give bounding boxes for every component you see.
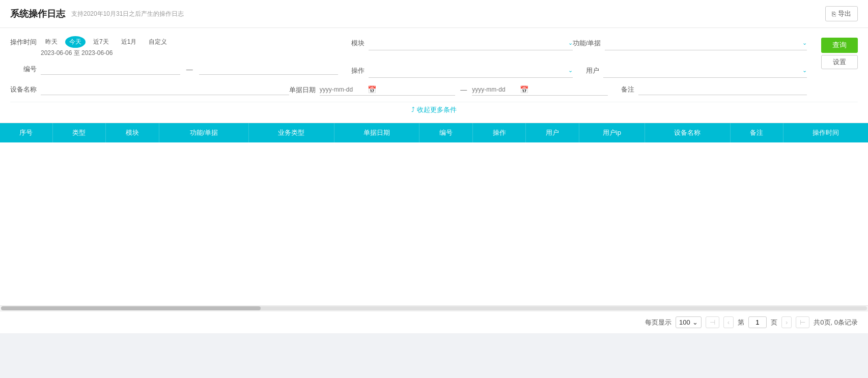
page-size-select[interactable]: 100 ⌄	[676, 316, 702, 328]
page-unit: 页	[771, 318, 777, 327]
function-chevron-icon: ⌄	[802, 40, 807, 46]
collapse-label: 收起更多条件	[417, 106, 457, 113]
total-text: 共0页, 0条记录	[814, 318, 858, 327]
data-table: 序号 类型 模块 功能/单据 业务类型 单据日期 编号 操作 用户 用户ip 设…	[0, 123, 868, 142]
first-page-button[interactable]: ⊣	[706, 316, 719, 328]
number-label: 编号	[10, 65, 37, 74]
page-size-value: 100	[679, 318, 690, 326]
doc-date-end-input[interactable]	[472, 86, 518, 93]
module-select[interactable]: ⌄	[369, 36, 572, 50]
pagination-bar: 每页显示 100 ⌄ ⊣ ‹ 第 页 › ⊢ 共0页, 0条记录	[0, 311, 868, 333]
next-page-button[interactable]: ›	[781, 316, 792, 328]
user-label: 用户	[573, 66, 599, 75]
doc-date-sep: —	[457, 86, 470, 94]
date-range-text: 2023-06-06 至 2023-06-06	[41, 49, 113, 56]
page-size-label: 每页显示	[645, 318, 671, 327]
col-device: 设备名称	[645, 123, 730, 142]
scrollbar-track	[1, 306, 867, 310]
doc-date-label: 单据日期	[289, 85, 316, 95]
page-label: 第	[738, 318, 744, 327]
scrollbar-area[interactable]	[0, 305, 868, 311]
col-biz-type: 业务类型	[249, 123, 334, 142]
operation-select[interactable]: ⌄	[369, 64, 572, 78]
query-button[interactable]: 查询	[821, 38, 858, 53]
time-btn-7days[interactable]: 近7天	[89, 36, 114, 48]
module-label: 模块	[338, 39, 365, 48]
scrollbar-thumb[interactable]	[1, 306, 261, 310]
function-label: 功能/单据	[573, 39, 601, 48]
number-to-input[interactable]	[199, 64, 339, 75]
filter-row-3: 设备名称 单据日期 📅 — 📅	[10, 84, 858, 96]
col-seq: 序号	[0, 123, 52, 142]
col-user-ip: 用户ip	[579, 123, 645, 142]
col-function: 功能/单据	[159, 123, 248, 142]
page-subtitle: 支持2020年10月31日之后产生的操作日志	[71, 10, 184, 18]
filter-row-1: 操作时间 昨天 今天 近7天 近1月 自定义 2023-06-06 至 2023…	[10, 36, 858, 57]
time-btn-today[interactable]: 今天	[65, 36, 86, 48]
calendar-end-icon[interactable]: 📅	[520, 85, 528, 94]
table-header-row: 序号 类型 模块 功能/单据 业务类型 单据日期 编号 操作 用户 用户ip 设…	[0, 123, 868, 142]
time-buttons: 昨天 今天 近7天 近1月 自定义	[41, 36, 172, 48]
time-btn-custom[interactable]: 自定义	[144, 36, 172, 48]
operation-label: 操作	[338, 66, 365, 75]
time-btn-yesterday[interactable]: 昨天	[41, 36, 62, 48]
device-label: 设备名称	[10, 85, 37, 94]
time-label: 操作时间	[10, 38, 37, 47]
export-icon: ⎘	[832, 10, 836, 18]
collapse-icon: ⤴	[411, 106, 415, 113]
col-number: 编号	[419, 123, 472, 142]
export-button[interactable]: ⎘ 导出	[825, 6, 858, 21]
collapse-bar[interactable]: ⤴ 收起更多条件	[10, 102, 858, 118]
module-chevron-icon: ⌄	[568, 40, 573, 46]
page-size-chevron-icon: ⌄	[692, 318, 698, 326]
page-header: 系统操作日志 支持2020年10月31日之后产生的操作日志 ⎘ 导出	[0, 0, 868, 28]
function-select[interactable]: ⌄	[605, 36, 807, 50]
col-doc-date: 单据日期	[334, 123, 419, 142]
table-section: 序号 类型 模块 功能/单据 业务类型 单据日期 编号 操作 用户 用户ip 设…	[0, 123, 868, 305]
col-module: 模块	[106, 123, 159, 142]
filter-row-2: 编号 — 操作 ⌄ 用户	[10, 64, 858, 78]
settings-button[interactable]: 设置	[821, 55, 858, 69]
doc-date-end-wrap: 📅	[472, 84, 608, 96]
remark-input[interactable]	[638, 84, 807, 95]
col-operation: 操作	[472, 123, 525, 142]
operation-chevron-icon: ⌄	[568, 67, 573, 74]
number-sep: —	[183, 66, 196, 73]
doc-date-start-wrap: 📅	[320, 84, 456, 96]
action-buttons: 查询 设置	[821, 38, 858, 69]
col-type: 类型	[52, 123, 105, 142]
last-page-button[interactable]: ⊢	[796, 316, 809, 328]
col-user: 用户	[526, 123, 579, 142]
col-op-time: 操作时间	[783, 123, 868, 142]
doc-date-start-input[interactable]	[320, 86, 366, 93]
col-remark: 备注	[730, 123, 783, 142]
page-title: 系统操作日志	[10, 8, 65, 20]
page-number-input[interactable]	[748, 316, 767, 328]
empty-area	[0, 142, 868, 305]
device-input[interactable]	[41, 84, 289, 95]
calendar-start-icon[interactable]: 📅	[368, 85, 376, 94]
time-btn-1month[interactable]: 近1月	[117, 36, 142, 48]
user-chevron-icon: ⌄	[802, 67, 807, 74]
remark-label: 备注	[608, 85, 634, 94]
number-from-input[interactable]	[41, 64, 180, 75]
prev-page-button[interactable]: ‹	[723, 316, 734, 328]
filter-area: 查询 设置 操作时间 昨天 今天 近7天 近1月 自定义 2023-0	[0, 28, 868, 123]
user-select[interactable]: ⌄	[603, 64, 807, 78]
